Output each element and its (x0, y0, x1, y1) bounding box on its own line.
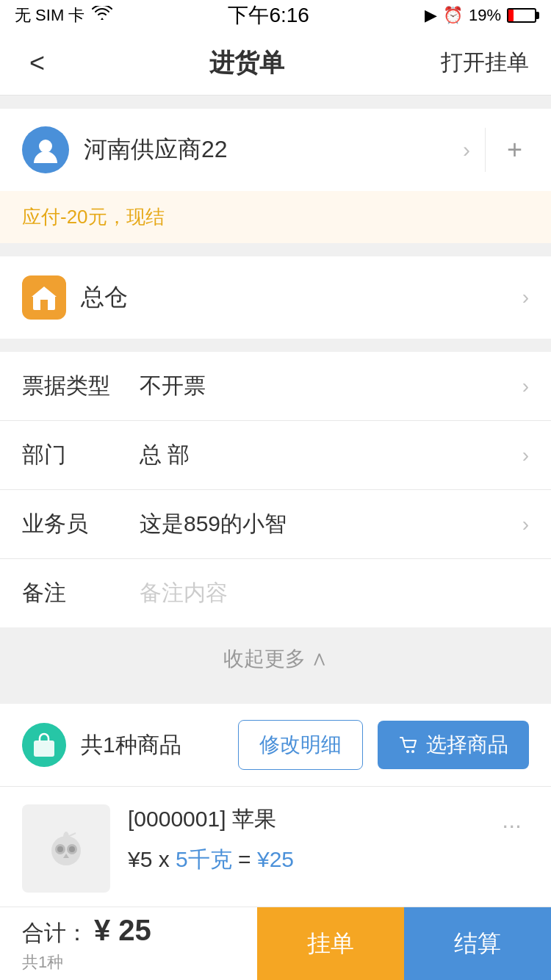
divider-2 (0, 339, 551, 352)
top-divider (0, 96, 551, 109)
warehouse-icon (22, 275, 66, 320)
total-label: 合计： (22, 918, 88, 948)
dept-value: 总 部 (140, 440, 522, 470)
dept-row[interactable]: 部门 总 部 › (0, 421, 551, 489)
bottom-total-section: 合计： ¥ 25 共1种 (0, 907, 257, 980)
sales-row[interactable]: 业务员 这是859的小智 › (0, 490, 551, 558)
carrier-text: 无 SIM 卡 (15, 4, 84, 26)
remark-placeholder: 备注内容 (140, 578, 529, 608)
notice-banner: 应付-20元，现结 (0, 191, 551, 243)
status-bar: 无 SIM 卡 下午6:16 ▶ ⏰ 19% (0, 0, 551, 31)
page-title: 进货单 (209, 46, 284, 80)
status-left: 无 SIM 卡 (15, 4, 112, 26)
divider-3 (0, 691, 551, 704)
product-unit-price: ¥5 (128, 847, 152, 871)
total-amount: ¥ 25 (94, 914, 151, 947)
product-total: ¥25 (257, 847, 294, 871)
product-count-text: 共1种商品 (81, 730, 223, 760)
warehouse-name: 总仓 (81, 281, 522, 314)
supplier-chevron-icon: › (463, 137, 470, 162)
sales-value: 这是859的小智 (140, 509, 522, 539)
checkout-button[interactable]: 结算 (404, 907, 551, 980)
select-product-button[interactable]: 选择商品 (378, 721, 529, 769)
invoice-section: 票据类型 不开票 › 部门 总 部 › 业务员 这是859的小智 › 备注 备注… (0, 352, 551, 627)
divider-1 (0, 243, 551, 256)
cart-icon (398, 735, 419, 755)
invoice-row[interactable]: 票据类型 不开票 › (0, 352, 551, 420)
product-title: 苹果 (232, 807, 276, 831)
back-button[interactable]: < (22, 40, 52, 86)
svg-point-0 (39, 140, 52, 153)
product-price-row: ¥5 x 5千克 = ¥25 (128, 845, 477, 875)
supplier-avatar (22, 126, 69, 173)
svg-rect-3 (40, 300, 48, 310)
dept-label: 部门 (22, 440, 140, 470)
product-bag-icon (22, 723, 66, 767)
product-code: [0000001] (128, 807, 226, 831)
total-main: 合计： ¥ 25 (22, 914, 235, 948)
bottom-bar: 合计： ¥ 25 共1种 挂单 结算 (0, 907, 551, 980)
product-name: [0000001] 苹果 (128, 804, 477, 835)
add-supplier-button[interactable]: + (485, 128, 529, 172)
product-thumbnail (22, 804, 110, 893)
product-equals: = (238, 847, 257, 871)
dept-chevron-icon: › (522, 444, 529, 467)
svg-marker-2 (32, 287, 57, 297)
battery-percent: 19% (469, 6, 501, 25)
open-hang-button[interactable]: 打开挂单 (441, 48, 529, 78)
product-header: 共1种商品 修改明细 选择商品 (0, 704, 551, 786)
nav-bar: < 进货单 打开挂单 (0, 31, 551, 96)
battery-icon (507, 8, 536, 23)
invoice-chevron-icon: › (522, 375, 529, 398)
product-quantity: 5千克 (176, 847, 232, 871)
supplier-section: 河南供应商22 › + 应付-20元，现结 (0, 109, 551, 243)
sales-chevron-icon: › (522, 513, 529, 536)
remark-label: 备注 (22, 578, 140, 608)
svg-point-6 (411, 750, 414, 753)
svg-rect-4 (34, 741, 54, 757)
remark-row[interactable]: 备注 备注内容 (0, 559, 551, 627)
product-multiply: x (159, 847, 176, 871)
sales-label: 业务员 (22, 509, 140, 539)
edit-detail-button[interactable]: 修改明细 (238, 720, 363, 770)
alarm-icon: ⏰ (443, 6, 463, 25)
location-icon: ▶ (425, 6, 437, 25)
product-info: [0000001] 苹果 ¥5 x 5千克 = ¥25 (128, 804, 477, 875)
product-item: [0000001] 苹果 ¥5 x 5千克 = ¥25 ··· (0, 787, 551, 910)
svg-point-5 (406, 750, 409, 753)
supplier-name: 河南供应商22 (84, 134, 455, 166)
collapse-row[interactable]: 收起更多 ∧ (0, 627, 551, 691)
hang-button[interactable]: 挂单 (257, 907, 404, 980)
warehouse-section: 总仓 › (0, 256, 551, 339)
total-sub: 共1种 (22, 951, 235, 973)
invoice-value: 不开票 (140, 371, 522, 401)
warehouse-chevron-icon: › (522, 286, 529, 309)
product-thumb-icon (40, 823, 92, 874)
svg-point-12 (57, 846, 63, 852)
status-time: 下午6:16 (228, 1, 309, 29)
supplier-row[interactable]: 河南供应商22 › + (0, 109, 551, 191)
select-product-label: 选择商品 (426, 731, 508, 759)
product-more-button[interactable]: ··· (494, 804, 529, 846)
wifi-icon (92, 6, 112, 25)
warehouse-row[interactable]: 总仓 › (0, 256, 551, 339)
collapse-label: 收起更多 ∧ (223, 645, 328, 673)
svg-point-13 (69, 846, 75, 852)
invoice-label: 票据类型 (22, 371, 140, 401)
product-section: 共1种商品 修改明细 选择商品 (0, 704, 551, 910)
status-right: ▶ ⏰ 19% (425, 6, 536, 25)
